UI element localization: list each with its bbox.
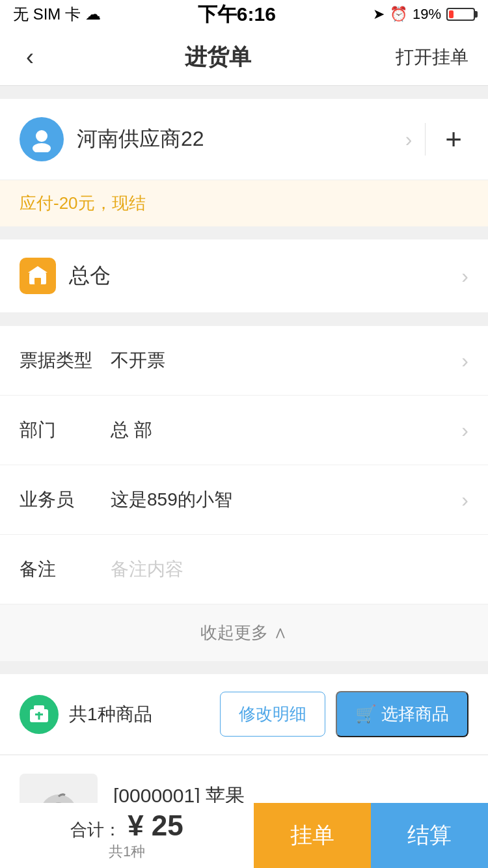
- warehouse-row[interactable]: 总仓 ›: [0, 239, 488, 312]
- status-bar: 无 SIM 卡 ☁ 下午6:16 ➤ ⏰ 19%: [0, 0, 488, 29]
- svg-point-1: [33, 143, 51, 152]
- status-right: ➤ ⏰ 19%: [373, 6, 475, 23]
- dept-chevron-icon: ›: [461, 418, 468, 442]
- location-icon: ➤: [373, 6, 385, 23]
- select-product-button[interactable]: 🛒 选择商品: [336, 691, 468, 737]
- back-button[interactable]: ‹: [20, 37, 40, 77]
- add-supplier-button[interactable]: +: [439, 123, 468, 156]
- supplier-divider: [425, 123, 426, 156]
- notice-bar: 应付-20元，现结: [0, 180, 488, 226]
- sim-label: 无 SIM 卡 ☁: [13, 4, 101, 25]
- form-row-dept[interactable]: 部门 总 部 ›: [0, 395, 488, 465]
- section-gap-1: [0, 86, 488, 99]
- product-count-icon: [20, 695, 59, 734]
- remark-label: 备注: [20, 557, 111, 582]
- cart-icon: 🛒: [355, 704, 376, 724]
- product-count-text: 共1种商品: [69, 702, 210, 727]
- svg-rect-6: [34, 705, 44, 711]
- total-row: 合计： ¥ 25: [70, 809, 183, 842]
- salesperson-label: 业务员: [20, 487, 111, 512]
- alarm-icon: ⏰: [390, 6, 407, 23]
- edit-detail-button[interactable]: 修改明细: [220, 692, 325, 737]
- product-header: 共1种商品 修改明细 🛒 选择商品: [0, 674, 488, 754]
- warehouse-chevron-icon: ›: [461, 264, 468, 288]
- form-row-salesperson[interactable]: 业务员 这是859的小智 ›: [0, 465, 488, 534]
- battery-percent: 19%: [413, 6, 441, 23]
- supplier-row[interactable]: 河南供应商22 › +: [0, 99, 488, 180]
- salesperson-chevron-icon: ›: [461, 488, 468, 512]
- remark-placeholder: 备注内容: [111, 557, 468, 582]
- invoice-chevron-icon: ›: [461, 349, 468, 373]
- section-gap-4: [0, 661, 488, 674]
- total-amount: ¥ 25: [128, 809, 183, 842]
- collapse-button[interactable]: 收起更多 ∧: [0, 604, 488, 661]
- battery-icon: [446, 8, 475, 21]
- dept-value: 总 部: [111, 418, 455, 442]
- total-label: 合计：: [70, 819, 121, 841]
- bottom-bar: 合计： ¥ 25 共1种 挂单 结算: [0, 803, 488, 868]
- supplier-avatar: [20, 117, 64, 161]
- section-gap-2: [0, 226, 488, 239]
- checkout-button[interactable]: 结算: [371, 803, 488, 868]
- total-sub: 共1种: [109, 842, 145, 861]
- open-hang-button[interactable]: 打开挂单: [396, 45, 468, 70]
- supplier-name: 河南供应商22: [77, 125, 399, 154]
- svg-rect-4: [34, 278, 41, 284]
- section-gap-3: [0, 312, 488, 325]
- hang-button[interactable]: 挂单: [254, 803, 371, 868]
- form-section: 票据类型 不开票 › 部门 总 部 › 业务员 这是859的小智 › 备注 备注…: [0, 325, 488, 661]
- svg-point-0: [36, 130, 47, 142]
- warehouse-name: 总仓: [69, 262, 455, 290]
- supplier-chevron-icon: ›: [405, 128, 413, 152]
- select-product-label: 选择商品: [381, 703, 449, 726]
- nav-bar: ‹ 进货单 打开挂单: [0, 29, 488, 86]
- dept-label: 部门: [20, 418, 111, 442]
- svg-marker-3: [28, 266, 47, 273]
- invoice-label: 票据类型: [20, 348, 111, 373]
- page-title: 进货单: [185, 42, 251, 72]
- status-time: 下午6:16: [198, 1, 276, 28]
- invoice-value: 不开票: [111, 348, 455, 373]
- total-section: 合计： ¥ 25 共1种: [0, 803, 254, 868]
- status-left: 无 SIM 卡 ☁: [13, 4, 101, 25]
- form-row-remark[interactable]: 备注 备注内容: [0, 534, 488, 604]
- warehouse-icon: [20, 258, 56, 294]
- supplier-section: 河南供应商22 › + 应付-20元，现结: [0, 99, 488, 226]
- form-row-invoice[interactable]: 票据类型 不开票 ›: [0, 325, 488, 395]
- warehouse-section[interactable]: 总仓 ›: [0, 239, 488, 312]
- salesperson-value: 这是859的小智: [111, 487, 455, 512]
